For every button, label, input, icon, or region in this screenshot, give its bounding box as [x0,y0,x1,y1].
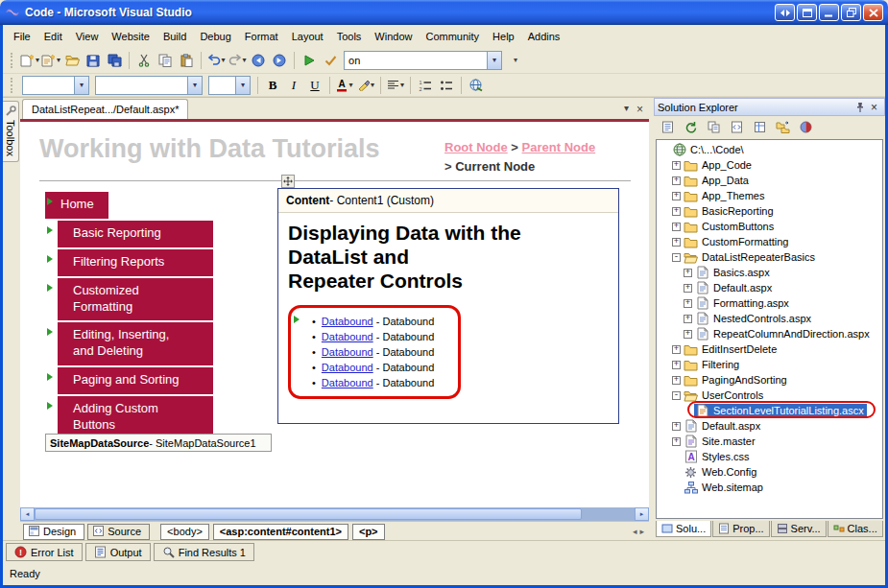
breadcrumb-root-link[interactable]: Root Node [444,140,508,154]
close-document-icon[interactable]: × [636,103,643,116]
tree-item[interactable]: +NestedControls.aspx [657,311,882,326]
tree-expander-plus-icon[interactable]: + [684,269,692,277]
nav-item-customized-formatting[interactable]: CustomizedFormatting [58,278,213,321]
tree-item-body[interactable]: Formatting.aspx [694,296,792,310]
italic-button[interactable]: I [283,75,304,96]
content-placeholder[interactable]: Content - Content1 (Custom) Displaying D… [277,188,619,424]
tree-expander-plus-icon[interactable]: + [684,330,692,339]
highlight-button[interactable]: ▾ [355,75,376,96]
tree-expander-plus-icon[interactable]: + [672,192,681,200]
style-combo[interactable]: ▾ [22,76,89,95]
tree-item[interactable]: -UserControls [657,388,882,403]
tree-item-body[interactable]: BasicReporting [683,205,777,218]
scroll-right-icon[interactable]: ▸ [635,507,649,521]
tree-item-body[interactable]: C:\...\Code\ [671,143,747,156]
nav-item-filtering-reports[interactable]: Filtering Reports [58,249,213,276]
window-arrows-button[interactable] [775,4,795,21]
tree-item-body[interactable]: PagingAndSorting [683,374,790,387]
tree-item[interactable]: +Default.aspx [657,418,882,434]
navigate-back-button[interactable] [248,50,269,71]
tree-item-body[interactable]: CustomFormatting [683,236,791,248]
tree-item-body[interactable]: DataListRepeaterBasics [683,251,818,264]
tree-item-body[interactable]: App_Code [683,159,755,172]
navigate-forward-button[interactable] [269,50,290,71]
align-button[interactable]: ▾ [385,75,406,96]
refresh-button[interactable] [681,118,700,137]
menu-view[interactable]: View [69,28,106,45]
tree-item[interactable]: +EditInsertDelete [657,341,882,357]
dropdown-arrow-icon[interactable]: ▾ [36,56,39,64]
move-handle-icon[interactable] [281,175,295,188]
start-debug-button[interactable] [299,50,320,71]
combo-dropdown-icon[interactable]: ▾ [74,77,88,94]
tree-expander-plus-icon[interactable]: + [672,437,681,446]
tree-expander-plus-icon[interactable]: + [672,376,681,385]
redo-button[interactable]: ▾ [227,50,248,71]
tree-item-body[interactable]: Web.Config [683,466,759,479]
tree-item-body[interactable]: SectionLevelTutorialListing.ascx [694,404,867,417]
toolbar-grip[interactable] [11,78,13,93]
menu-tools[interactable]: Tools [330,28,369,45]
tree-item-body[interactable]: App_Themes [683,190,767,202]
undo-button[interactable]: ▾ [205,50,227,71]
tree-expander-plus-icon[interactable]: + [672,238,681,247]
menu-format[interactable]: Format [238,28,285,45]
tree-expander-minus-icon[interactable]: - [672,391,681,400]
combo-dropdown-icon[interactable]: ▾ [187,77,202,94]
tree-item[interactable]: SectionLevelTutorialListing.ascx [657,403,882,418]
font-color-button[interactable]: A▾ [334,75,355,96]
toolbox-collapsed-tab[interactable]: Toolbox [3,101,19,162]
numbered-list-button[interactable]: 12 [415,75,436,96]
combo-dropdown-icon[interactable]: ▾ [487,52,501,69]
open-folder-button[interactable] [61,50,83,71]
tree-item-body[interactable]: CustomButtons [683,221,777,233]
horizontal-scrollbar[interactable]: ◂ ▸ [20,507,649,521]
databound-link[interactable]: Databound [322,316,373,327]
save-button[interactable] [83,50,104,71]
tree-item[interactable]: +Formatting.aspx [657,295,882,311]
databound-link[interactable]: Databound [322,346,373,358]
underline-button[interactable]: U [304,75,325,96]
tag-navigator-item[interactable]: <p> [352,524,385,540]
solution-explorer-titlebar[interactable]: Solution Explorer × [654,98,885,116]
main-toolbar-combo[interactable]: on▾ [344,51,502,70]
tag-scroll-right-icon[interactable]: ▸ [639,527,644,536]
tree-item[interactable]: +App_Code [657,157,882,173]
nav-item-basic-reporting[interactable]: Basic Reporting [58,221,213,247]
menu-addins[interactable]: Addins [521,28,567,45]
dropdown-arrow-icon[interactable]: ▾ [348,81,352,89]
tree-item-body[interactable]: RepeatColumnAndDirection.aspx [694,327,873,341]
nav-item-home[interactable]: Home [45,192,108,219]
tree-item-body[interactable]: Web.sitemap [683,482,766,494]
bold-button[interactable]: B [262,75,283,96]
nest-files-button[interactable] [704,118,723,137]
menu-website[interactable]: Website [105,28,156,45]
nav-item-editing-inserting-and-deleting[interactable]: Editing, Inserting,and Deleting [58,322,213,365]
pin-icon[interactable] [852,101,867,114]
databound-link[interactable]: Databound [322,331,373,342]
tree-item[interactable]: +PagingAndSorting [657,372,882,388]
nav-item-paging-and-sorting[interactable]: Paging and Sorting [58,367,213,394]
font-name-combo[interactable]: ▾ [95,76,203,95]
window-pane-button[interactable] [797,4,817,21]
copy-website-button[interactable] [773,118,792,137]
restore-button[interactable] [841,4,861,21]
tree-expander-plus-icon[interactable]: + [672,422,681,431]
dropdown-arrow-icon[interactable]: ▾ [57,56,60,64]
panel-tab-output[interactable]: Output [85,543,151,561]
menu-layout[interactable]: Layout [285,28,330,45]
tree-item-body[interactable]: NestedControls.aspx [694,312,814,325]
tree-item[interactable]: -DataListRepeaterBasics [657,249,882,265]
tree-item[interactable]: Web.Config [657,464,882,480]
tree-item-body[interactable]: App_Data [683,175,752,187]
syntax-check-button[interactable] [320,50,341,71]
se-tab-solu[interactable]: Solu... [656,521,711,537]
paste-button[interactable] [176,50,197,71]
panel-tab-find-results-1[interactable]: Find Results 1 [154,543,254,561]
menu-community[interactable]: Community [419,28,486,45]
dropdown-arrow-icon[interactable]: ▾ [400,81,404,89]
hyperlink-button[interactable] [466,75,487,96]
toolbar-grip[interactable] [11,53,13,68]
breadcrumb-parent-link[interactable]: Parent Node [522,140,596,154]
close-button[interactable] [863,4,883,21]
